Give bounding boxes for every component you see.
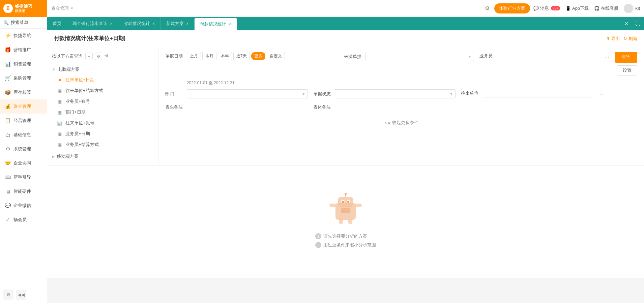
settings-footer-btn[interactable]: ⚙ [3,290,13,300]
scheme-item-unit-date[interactable]: ● 往来单位+日期 [47,74,158,85]
last7-btn[interactable]: 近7天 [233,52,250,60]
sidebar-item-basic[interactable]: 🗂 基础信息 [0,128,47,142]
online-service-button[interactable]: 🎧 在线客服 [594,5,618,11]
sidebar-item-quick-nav[interactable]: ⚡ 快捷导航 [0,29,47,43]
source-field: 来源单据 ▾ [344,52,474,61]
breadcrumb: 资金管理 ▾ [51,5,481,11]
dept-select[interactable]: ▾ [187,89,308,98]
sidebar-item-member[interactable]: ✓ 畅会员 [0,213,47,227]
settings-icon[interactable]: ⚙ [485,5,490,11]
sidebar-item-guide[interactable]: 📖 新手引导 [0,170,47,184]
sidebar-item-system[interactable]: ⚙ 系统管理 [0,142,47,156]
sidebar-item-finance[interactable]: 💰 资金管理 [0,99,47,114]
svg-rect-1 [338,197,353,207]
tab-new-label: 新建方案 [166,21,184,27]
scheme-item-staff-settle[interactable]: ▦ 业务员+结算方式 [47,139,158,150]
settings-button[interactable]: 设置 [617,65,637,75]
svg-rect-8 [339,219,343,224]
staff-dots-icon[interactable]: … [604,53,610,59]
scheme-header: 按以下方案查询 ＋ ⚙ ◀ [47,51,158,62]
tab-receipt-close-icon[interactable]: ✕ [152,22,155,26]
scheme-item-label: 往来单位+日期 [65,77,94,83]
scheme-item-unit-settle[interactable]: ▦ 往来单位+结算方式 [47,85,158,96]
doc-status-select[interactable]: ▾ [335,89,456,98]
sidebar-item-marketing[interactable]: 🎁 营销推广 [0,43,47,57]
scheme-panel: 按以下方案查询 ＋ ⚙ ◀ ▼ 电脑端方案 ● 往来单位+日期 ▦ [47,47,158,165]
page-header: 付款情况统计(往来单位+日期) ⬆ 导出 ↻ 刷新 [47,30,644,47]
custom-btn[interactable]: 自定义 [267,52,285,60]
sidebar-item-wechat[interactable]: 💬 企业微信 [0,199,47,213]
scheme-add-btn[interactable]: ＋ [85,53,93,60]
partner-input[interactable] [482,89,593,97]
body-note-input[interactable] [335,103,456,111]
breadcrumb-separator: ▾ [71,6,73,11]
export-icon: ⬆ [606,36,610,41]
tab-home-label: 首页 [53,21,61,27]
basic-icon: 🗂 [5,132,11,138]
tab-payment-close-icon[interactable]: ✕ [228,22,231,27]
message-button[interactable]: 💬 消息 99+ [533,5,560,11]
scheme-item-staff-account[interactable]: ▦ 业务员+账号 [47,96,158,107]
desktop-arrow-icon: ▼ [52,67,56,71]
more-btn[interactable]: 更多 [251,52,265,60]
sidebar-item-label: 快捷导航 [13,33,31,39]
sidebar-item-label: 营销推广 [13,47,31,53]
app-download-button[interactable]: 📱 App下载 [565,5,589,11]
collapse-label: 收起更多条件 [392,120,418,126]
tab-close-btn[interactable]: ✕ [621,21,632,27]
trial-button[interactable]: 体验行业方案 [494,3,530,13]
tab-new[interactable]: 新建方案 ✕ [161,17,195,30]
sidebar-item-label: 企业协同 [13,160,31,166]
collapse-sidebar-btn[interactable]: ◀◀ [16,290,26,300]
sidebar-item-hardware[interactable]: 🖥 智能硬件 [0,184,47,199]
this-year-btn[interactable]: 本年 [218,52,232,60]
query-action-buttons: 查询 设置 [615,52,637,75]
partner-dots-icon[interactable]: … [598,90,604,96]
scheme-item-label: 业务员+日期 [65,131,90,137]
tab-payment[interactable]: 付款情况统计 ✕ [195,18,237,30]
source-select[interactable]: ▾ [365,52,474,61]
desktop-group-header[interactable]: ▼ 电脑端方案 [47,64,158,74]
scheme-settings-btn[interactable]: ⚙ [95,53,102,60]
sidebar-item-operation[interactable]: 📋 经营管理 [0,114,47,128]
query-button[interactable]: 查询 [615,52,637,63]
tab-receipt[interactable]: 收款情况统计 ✕ [118,17,161,30]
dept-label: 部门 [165,91,184,97]
export-label: 导出 [611,36,620,42]
header-note-input[interactable] [187,103,308,111]
sidebar-item-label: 企业微信 [13,203,31,209]
search-menu[interactable]: 🔍 搜索菜单 [0,17,47,29]
tab-expand-btn[interactable]: ⛶ [632,21,644,27]
scheme-item-staff-date[interactable]: ▦ 业务员+日期 [47,128,158,139]
sidebar-item-enterprise[interactable]: 🤝 企业协同 [0,156,47,170]
export-button[interactable]: ⬆ 导出 [606,36,620,42]
collapse-bar[interactable]: ∧∧ 收起更多条件 [165,116,637,129]
last-month-btn[interactable]: 上月 [187,52,201,60]
sidebar-item-purchase[interactable]: 🛒 采购管理 [0,71,47,85]
scheme-collapse-btn[interactable]: ◀ [104,53,108,60]
desktop-group-label: 电脑端方案 [58,66,80,72]
empty-tip-2: 2 用过滤条件来缩小分析范围 [315,242,376,248]
wechat-icon: 💬 [5,203,11,209]
user-avatar[interactable]: Rit [624,4,640,13]
scheme-item-unit-account[interactable]: 📊 往来单位+账号 [47,118,158,128]
sidebar-item-inventory[interactable]: 📦 库存核算 [0,85,47,99]
staff-input[interactable] [501,52,599,60]
scheme-item-dept-date[interactable]: ▦ 部门+日期 [47,107,158,118]
this-month-btn[interactable]: 本月 [202,52,216,60]
mobile-group-header[interactable]: ▶ 移动端方案 [47,151,158,161]
sidebar-item-sales[interactable]: 📊 销售管理 [0,57,47,71]
tab-home[interactable]: 首页 [47,17,67,30]
svg-rect-10 [329,204,336,207]
tab-new-close-icon[interactable]: ✕ [186,22,189,26]
scheme-item-label: 部门+日期 [65,109,86,115]
sidebar-nav: ⚡ 快捷导航 🎁 营销推广 📊 销售管理 🛒 采购管理 📦 库存核算 💰 资金管… [0,29,47,286]
refresh-button[interactable]: ↻ 刷新 [623,36,637,42]
tab-bank-close-icon[interactable]: ✕ [110,22,113,26]
tab-payment-label: 付款情况统计 [200,21,226,27]
tab-receipt-label: 收款情况统计 [124,21,150,27]
scheme-active-icon: ● [57,77,63,83]
member-icon: ✓ [5,217,11,223]
tab-bank[interactable]: 现金银行流水查询 ✕ [67,17,118,30]
date-field: 单据日期 上月 本月 本年 近7天 更多 自定义 [165,52,339,60]
